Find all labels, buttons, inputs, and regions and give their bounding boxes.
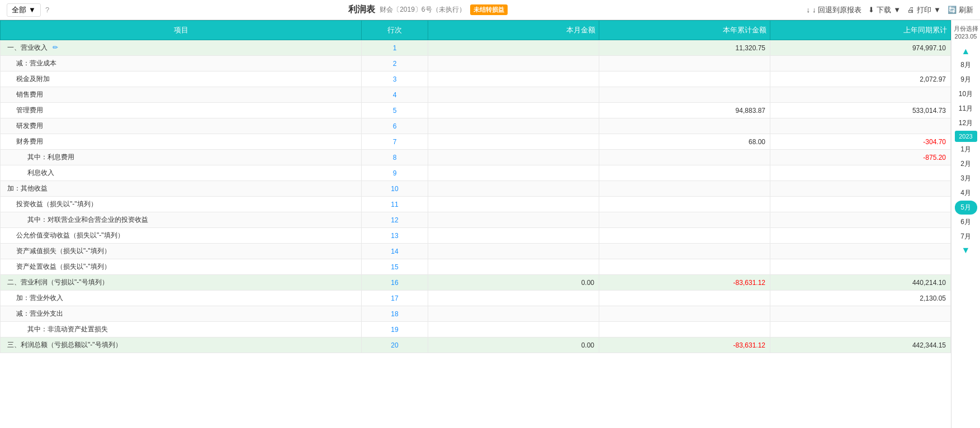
edit-icon[interactable]: ✏ bbox=[53, 44, 58, 51]
cell-item: 加：营业外收入 bbox=[1, 291, 362, 306]
month-item[interactable]: 10月 bbox=[955, 87, 977, 101]
cell-row: 10 bbox=[362, 181, 428, 197]
cell-year bbox=[599, 259, 770, 275]
cell-year bbox=[599, 165, 770, 181]
cell-row: 16 bbox=[362, 275, 428, 291]
month-item[interactable]: 7月 bbox=[955, 230, 977, 244]
month-item[interactable]: 9月 bbox=[955, 73, 977, 87]
header-month: 本月金额 bbox=[428, 21, 599, 40]
month-item[interactable]: 8月 bbox=[955, 58, 977, 72]
cell-prev bbox=[770, 181, 951, 197]
cell-year bbox=[599, 291, 770, 306]
cell-month bbox=[428, 103, 599, 118]
cell-year: 94,883.87 bbox=[599, 103, 770, 118]
cell-item: 一、营业收入 ✏ bbox=[1, 40, 362, 56]
cell-prev: -875.20 bbox=[770, 150, 951, 165]
month-item[interactable]: 11月 bbox=[955, 102, 977, 116]
download-arrow-icon: ▼ bbox=[893, 6, 901, 14]
cell-row: 9 bbox=[362, 165, 428, 181]
month-item[interactable]: 12月 bbox=[955, 116, 977, 130]
cell-item: 资产处置收益（损失以"-"填列） bbox=[1, 259, 362, 275]
cell-item: 减：营业成本 bbox=[1, 56, 362, 72]
table-row: 研发费用 6 bbox=[1, 118, 951, 134]
cell-prev: 442,344.15 bbox=[770, 337, 951, 353]
cell-prev: 2,072.97 bbox=[770, 72, 951, 87]
month-item[interactable]: 5月 bbox=[955, 201, 977, 215]
nav-down-icon[interactable]: ▼ bbox=[960, 244, 972, 256]
cell-month bbox=[428, 306, 599, 322]
cell-prev: 440,214.10 bbox=[770, 275, 951, 291]
cell-row: 3 bbox=[362, 72, 428, 87]
table-row: 销售费用 4 bbox=[1, 87, 951, 103]
cell-year: -83,631.12 bbox=[599, 275, 770, 291]
cell-row: 11 bbox=[362, 197, 428, 212]
cell-row: 2 bbox=[362, 56, 428, 72]
cell-year bbox=[599, 197, 770, 212]
cell-row: 20 bbox=[362, 337, 428, 353]
month-item[interactable]: 6月 bbox=[955, 215, 977, 229]
cell-month bbox=[428, 150, 599, 165]
table-row: 减：营业成本 2 bbox=[1, 56, 951, 72]
table-row: 资产处置收益（损失以"-"填列） 15 bbox=[1, 259, 951, 275]
cell-month: 0.00 bbox=[428, 337, 599, 353]
cell-year bbox=[599, 306, 770, 322]
cell-item: 其中：利息费用 bbox=[1, 150, 362, 165]
cell-month bbox=[428, 165, 599, 181]
cell-year: 68.00 bbox=[599, 134, 770, 150]
cell-year bbox=[599, 87, 770, 103]
cell-prev bbox=[770, 165, 951, 181]
cell-item: 加：其他收益 bbox=[1, 181, 362, 197]
refresh-button[interactable]: 🔄 刷新 bbox=[948, 5, 973, 15]
cell-prev bbox=[770, 228, 951, 244]
month-sidebar: 月份选择2023.05 ▲ 8月9月10月11月12月20231月2月3月4月5… bbox=[951, 20, 980, 428]
table-row: 一、营业收入 ✏ 1 11,320.75 974,997.10 bbox=[1, 40, 951, 56]
cell-month bbox=[428, 291, 599, 306]
cell-item: 资产减值损失（损失以"-"填列） bbox=[1, 244, 362, 259]
cell-item: 二、营业利润（亏损以"-"号填列） bbox=[1, 275, 362, 291]
cell-item: 减：营业外支出 bbox=[1, 306, 362, 322]
month-item[interactable]: 2023 bbox=[955, 131, 977, 142]
cell-item: 三、利润总额（亏损总额以"-"号填列） bbox=[1, 337, 362, 353]
print-arrow-icon: ▼ bbox=[934, 6, 941, 14]
cell-month bbox=[428, 72, 599, 87]
month-item[interactable]: 2月 bbox=[955, 157, 977, 171]
cell-month bbox=[428, 228, 599, 244]
cell-year: 11,320.75 bbox=[599, 40, 770, 56]
table-row: 加：营业外收入 17 2,130.05 bbox=[1, 291, 951, 306]
dropdown-icon: ▼ bbox=[29, 6, 36, 14]
table-row: 减：营业外支出 18 bbox=[1, 306, 951, 322]
cell-item: 销售费用 bbox=[1, 87, 362, 103]
header-item: 项目 bbox=[1, 21, 362, 40]
print-button[interactable]: 🖨 打印 ▼ bbox=[907, 5, 941, 15]
cell-item: 投资收益（损失以"-"填列） bbox=[1, 197, 362, 212]
cell-prev: 974,997.10 bbox=[770, 40, 951, 56]
sidebar-title: 月份选择2023.05 bbox=[953, 22, 979, 43]
cell-row: 18 bbox=[362, 306, 428, 322]
month-item[interactable]: 1月 bbox=[955, 142, 977, 156]
cell-prev bbox=[770, 244, 951, 259]
download-button[interactable]: ⬇ 下载 ▼ bbox=[868, 5, 901, 15]
table-row: 三、利润总额（亏损总额以"-"号填列） 20 0.00 -83,631.12 4… bbox=[1, 337, 951, 353]
month-item[interactable]: 3月 bbox=[955, 172, 977, 186]
month-item[interactable]: 4月 bbox=[955, 186, 977, 200]
back-button[interactable]: ↓ ↓ 回退到原报表 bbox=[807, 5, 862, 15]
help-icon[interactable]: ? bbox=[45, 6, 49, 14]
cell-prev: 2,130.05 bbox=[770, 291, 951, 306]
dropdown-all[interactable]: 全部 ▼ bbox=[7, 3, 41, 17]
cell-month bbox=[428, 40, 599, 56]
table-row: 其中：利息费用 8 -875.20 bbox=[1, 150, 951, 165]
print-icon: 🖨 bbox=[907, 6, 915, 14]
cell-prev bbox=[770, 322, 951, 337]
cell-month bbox=[428, 244, 599, 259]
cell-month bbox=[428, 197, 599, 212]
table-row: 资产减值损失（损失以"-"填列） 14 bbox=[1, 244, 951, 259]
refresh-icon: 🔄 bbox=[948, 6, 957, 14]
cell-prev bbox=[770, 87, 951, 103]
dropdown-label: 全部 bbox=[12, 5, 26, 15]
nav-up-icon[interactable]: ▲ bbox=[960, 45, 972, 58]
cell-year bbox=[599, 228, 770, 244]
cell-month bbox=[428, 118, 599, 134]
cell-row: 1 bbox=[362, 40, 428, 56]
cell-month bbox=[428, 259, 599, 275]
header-row: 行次 bbox=[362, 21, 428, 40]
